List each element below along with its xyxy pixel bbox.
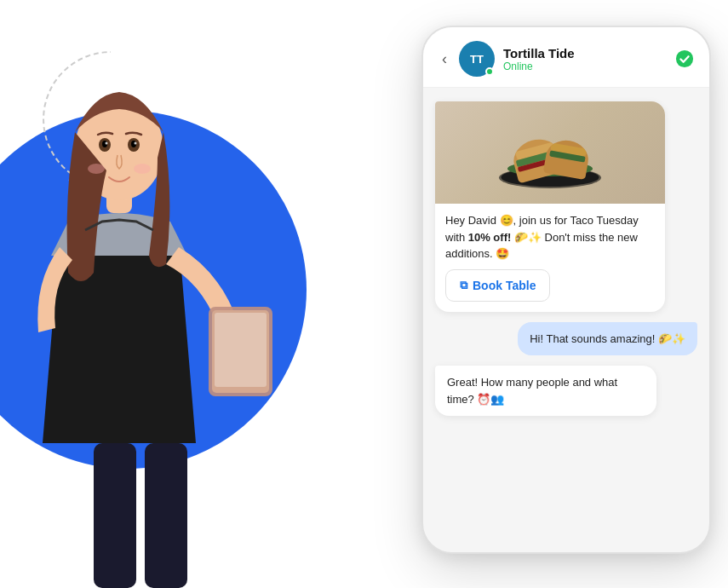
chat-area: Hey David 😊, join us for Taco Tuesday wi… xyxy=(423,88,709,429)
svg-point-12 xyxy=(134,164,151,174)
restaurant-name: Tortilla Tide xyxy=(503,46,667,61)
svg-rect-1 xyxy=(94,443,136,588)
svg-point-16 xyxy=(676,50,693,67)
phone-mockup: ‹ TT Tortilla Tide Online xyxy=(421,26,711,554)
avatar: TT xyxy=(459,41,495,77)
waitress-person xyxy=(0,0,332,588)
svg-point-10 xyxy=(135,142,137,145)
restaurant-message-card: Hey David 😊, join us for Taco Tuesday wi… xyxy=(435,101,665,312)
back-button[interactable]: ‹ xyxy=(439,50,450,68)
header-info: Tortilla Tide Online xyxy=(503,46,667,72)
external-link-icon: ⧉ xyxy=(460,279,467,292)
online-indicator xyxy=(485,67,494,76)
taco-illustration xyxy=(503,118,597,187)
svg-point-11 xyxy=(88,164,105,174)
food-image xyxy=(435,101,665,204)
svg-rect-15 xyxy=(215,313,267,387)
user-message-1: Hi! That sounds amazing! 🌮✨ xyxy=(518,322,697,356)
book-table-button[interactable]: ⧉ Book Table xyxy=(445,269,550,302)
verified-badge-icon xyxy=(675,49,694,68)
restaurant-message-text: Hey David 😊, join us for Taco Tuesday wi… xyxy=(435,204,665,269)
online-status: Online xyxy=(503,61,667,72)
svg-rect-2 xyxy=(145,443,187,588)
svg-point-9 xyxy=(106,142,108,145)
chat-header: ‹ TT Tortilla Tide Online xyxy=(423,27,709,88)
restaurant-message-2: Great! How many people and what time? ⏰👥 xyxy=(435,366,656,416)
